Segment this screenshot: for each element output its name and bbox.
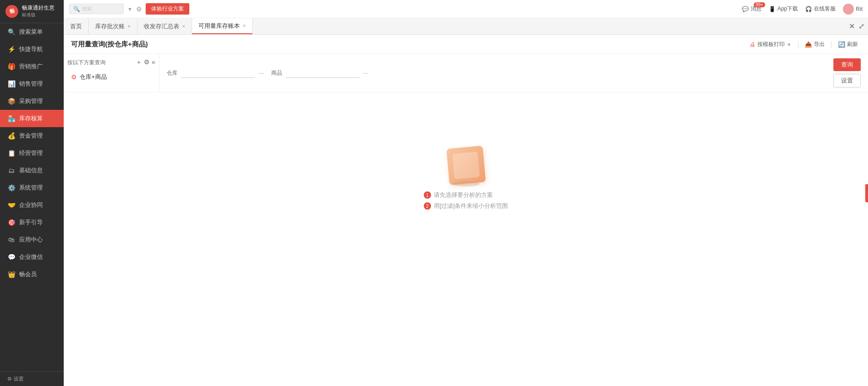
tab-batch-close[interactable]: ×: [127, 23, 131, 30]
dropdown-chevron-icon[interactable]: ▼: [127, 6, 132, 12]
sidebar-item-finance[interactable]: 💰 资金管理: [0, 127, 64, 144]
search-icon: 🔍: [7, 28, 15, 36]
service-label: 在线客服: [814, 5, 836, 13]
vip-icon: 👑: [7, 271, 15, 278]
add-scheme-button[interactable]: ＋: [136, 58, 142, 67]
headset-icon: 🎧: [805, 6, 812, 12]
sidebar-item-purchase[interactable]: 📦 采购管理: [0, 93, 64, 110]
sidebar-item-enterprise[interactable]: 🤝 企业协同: [0, 196, 64, 214]
scheme-icon: ⚙: [71, 73, 77, 81]
filter-scheme-panel: 按以下方案查询 ＋ ⚙ « ⚙ 仓库+商品: [64, 54, 159, 92]
messages-icon-item[interactable]: 💬 消息 99+: [742, 5, 761, 13]
scheme-item-warehouse-product[interactable]: ⚙ 仓库+商品: [67, 70, 155, 84]
filter-field-warehouse: 仓库 ···: [167, 68, 264, 78]
hint-1-text: 请先选择要分析的方案: [434, 191, 493, 199]
divider2: [831, 41, 832, 48]
inventory-icon: 🏪: [7, 115, 15, 122]
warehouse-label: 仓库: [167, 69, 178, 77]
appstore-icon: 🛍: [7, 236, 15, 243]
sidebar-item-marketing[interactable]: 🎁 营销推广: [0, 58, 64, 75]
query-button[interactable]: 查询: [833, 58, 861, 71]
sidebar: 畅 畅康通好生意 标准版 🔍 搜索菜单 ⚡ 快捷导航 🎁 营销推广 📊 销售管理…: [0, 0, 64, 386]
user-menu[interactable]: Rit: [843, 4, 863, 15]
sidebar-item-inventory[interactable]: 🏪 库存核算: [0, 110, 64, 127]
sidebar-subtitle: 标准版: [22, 12, 55, 18]
empty-hints: 1 请先选择要分析的方案 2 用[过滤]条件来缩小分析范围: [424, 191, 508, 210]
newbie-icon: 🎯: [7, 219, 15, 226]
search-placeholder: 搜索: [82, 5, 92, 12]
settings-button[interactable]: 设置: [833, 74, 861, 87]
purchase-icon: 📦: [7, 98, 15, 105]
sidebar-item-label-business: 经营管理: [19, 149, 43, 157]
tab-home-label: 首页: [70, 22, 82, 31]
page-header: 可用量查询(按仓库+商品) 🖨 按模板打印 ▼ 📤 导出 🔄 刷新: [64, 35, 868, 54]
avatar: [843, 4, 854, 15]
scheme-actions: ＋ ⚙ «: [136, 58, 155, 67]
tab-home[interactable]: 首页: [64, 18, 89, 34]
industry-solution-button[interactable]: 体验行业方案: [146, 3, 189, 15]
product-label: 商品: [271, 69, 282, 77]
sidebar-item-shortcuts[interactable]: ⚡ 快捷导航: [0, 41, 64, 58]
app-download-item[interactable]: 📱 App下载: [769, 5, 798, 13]
shortcuts-icon: ⚡: [7, 46, 15, 53]
username: Rit: [856, 6, 863, 12]
product-more-icon[interactable]: ···: [363, 69, 369, 77]
sidebar-item-label-shortcuts: 快捷导航: [19, 45, 43, 53]
refresh-label: 刷新: [847, 41, 858, 48]
sidebar-item-sales[interactable]: 📊 销售管理: [0, 75, 64, 93]
tab-summary-close[interactable]: ×: [182, 23, 185, 30]
empty-state: 1 请先选择要分析的方案 2 用[过滤]条件来缩小分析范围: [64, 93, 868, 247]
empty-hint-1: 1 请先选择要分析的方案: [424, 191, 508, 199]
sidebar-logo: 畅: [5, 5, 18, 18]
sidebar-item-label-wechat: 企业微信: [19, 253, 43, 261]
sidebar-item-label-appstore: 应用中心: [19, 236, 43, 244]
tab-available-label: 可用量库存账本: [198, 22, 240, 30]
sidebar-item-vip[interactable]: 👑 畅会员: [0, 266, 64, 283]
sidebar-item-basic[interactable]: 🗂 基础信息: [0, 162, 64, 179]
empty-shadow: [452, 181, 480, 186]
gear-icon[interactable]: ⚙: [136, 5, 142, 13]
filter-scheme-header: 按以下方案查询 ＋ ⚙ «: [67, 58, 155, 67]
warehouse-more-icon[interactable]: ···: [259, 69, 264, 77]
sidebar-item-wechat[interactable]: 💬 企业微信: [0, 248, 64, 266]
filter-inputs: 仓库 ··· 商品 ···: [159, 54, 826, 92]
sidebar-footer: ⚙ 设置: [0, 371, 64, 386]
system-icon: ⚙️: [7, 184, 15, 191]
sidebar-item-newbie[interactable]: 🎯 新手引导: [0, 214, 64, 231]
refresh-icon: 🔄: [838, 41, 845, 48]
close-tab-button[interactable]: ✕: [849, 22, 855, 31]
online-service-item[interactable]: 🎧 在线客服: [805, 5, 836, 13]
divider: [798, 41, 798, 48]
topbar-search-box[interactable]: 🔍 搜索: [69, 4, 124, 14]
sidebar-item-label-enterprise: 企业协同: [19, 201, 43, 209]
sidebar-nav: 🔍 搜索菜单 ⚡ 快捷导航 🎁 营销推广 📊 销售管理 📦 采购管理 🏪 库存核…: [0, 23, 64, 371]
sidebar-item-business[interactable]: 📋 经营管理: [0, 144, 64, 162]
tab-available[interactable]: 可用量库存账本 ×: [192, 18, 253, 34]
finance-icon: 💰: [7, 132, 15, 139]
print-chevron-icon: ▼: [787, 42, 792, 47]
print-button[interactable]: 🖨 按模板打印 ▼: [747, 39, 794, 50]
tabbar: 首页 库存批次账 × 收发存汇总表 × 可用量库存账本 × ✕ ⤢: [64, 18, 868, 35]
tab-available-close[interactable]: ×: [243, 23, 246, 29]
product-input[interactable]: [286, 68, 360, 78]
export-button[interactable]: 📤 导出: [802, 39, 827, 50]
maximize-button[interactable]: ⤢: [858, 22, 864, 31]
hint-2-text: 用[过滤]条件来缩小分析范围: [434, 202, 508, 210]
sidebar-item-system[interactable]: ⚙️ 系统管理: [0, 179, 64, 196]
scroll-handle: [865, 184, 868, 202]
collapse-button[interactable]: «: [152, 58, 155, 67]
edit-scheme-button[interactable]: ⚙: [144, 58, 150, 67]
print-label: 按模板打印: [757, 41, 785, 48]
tab-batch[interactable]: 库存批次账 ×: [89, 18, 137, 34]
scheme-label: 仓库+商品: [80, 73, 107, 81]
sidebar-item-appstore[interactable]: 🛍 应用中心: [0, 231, 64, 248]
sidebar-item-label-basic: 基础信息: [19, 166, 43, 175]
empty-hint-2: 2 用[过滤]条件来缩小分析范围: [424, 202, 508, 210]
sidebar-item-label-finance: 资金管理: [19, 132, 43, 140]
refresh-button[interactable]: 🔄 刷新: [835, 39, 861, 50]
warehouse-input[interactable]: [181, 68, 255, 78]
empty-illustration: [439, 129, 493, 184]
messages-badge: 99+: [754, 2, 765, 7]
tab-summary[interactable]: 收发存汇总表 ×: [137, 18, 192, 34]
sidebar-item-search[interactable]: 🔍 搜索菜单: [0, 23, 64, 41]
